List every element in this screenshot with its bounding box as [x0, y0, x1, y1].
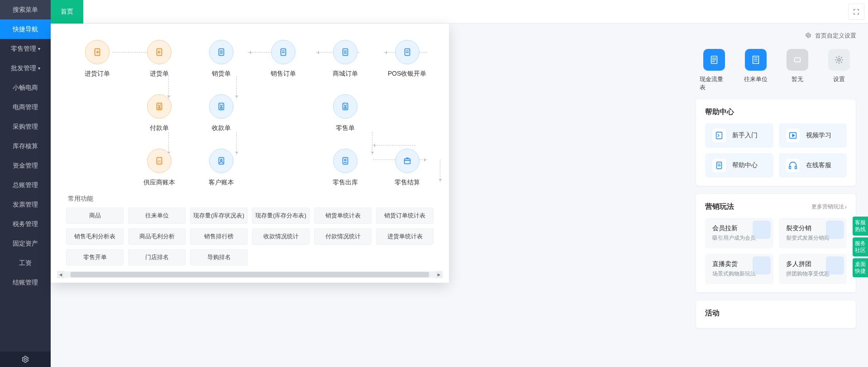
sidebar-item-6[interactable]: 库存核算 — [0, 136, 51, 156]
sidebar-item-0[interactable]: 快捷导航 — [0, 19, 51, 39]
common-func-2[interactable]: 现存量(库存状况表) — [190, 208, 248, 224]
scroll-right-icon[interactable]: ► — [435, 271, 443, 278]
common-func-0[interactable]: 商品 — [66, 208, 124, 224]
svg-rect-16 — [405, 49, 410, 56]
yen-icon — [209, 94, 234, 119]
marketing-item-sub: 拼团购物享受优惠 — [786, 270, 830, 278]
flow-node-purchase-bill[interactable]: 进货单 — [128, 40, 190, 78]
shortcut-none[interactable]: 暂无 — [783, 49, 812, 83]
sidebar-item-label: 发票管理 — [13, 201, 38, 209]
sidebar-item-13[interactable]: 结账管理 — [0, 273, 51, 292]
sidebar-item-12[interactable]: 工资 — [0, 253, 51, 273]
marketing-item-1[interactable]: 裂变分销裂变式发展分销商 — [779, 218, 847, 248]
flow-node-pos-order[interactable]: POS收银开单 — [376, 40, 438, 78]
flow-node-label: 供应商账本 — [143, 179, 175, 187]
marketing-card: 营销玩法 更多营销玩法 › 会员拉新吸引用户成为会员裂变分销裂变式发展分销商直播… — [696, 193, 856, 293]
common-func-10[interactable]: 付款情况统计 — [314, 228, 372, 245]
flow-node-sales-bill[interactable]: 销货单 — [190, 40, 252, 78]
gear-icon — [21, 355, 29, 363]
flow-node-customer-ledger[interactable]: 客户账本 — [190, 149, 252, 187]
sidefloat-1[interactable]: 服务社区 — [853, 237, 868, 256]
flow-node-sales-order[interactable]: 销售订单 — [252, 40, 314, 78]
sidebar-item-label: 电商管理 — [13, 103, 38, 111]
marketing-more-label: 更多营销玩法 — [811, 203, 844, 211]
sidebar-item-8[interactable]: 总账管理 — [0, 175, 51, 195]
common-func-12[interactable]: 零售开单 — [66, 249, 124, 266]
marketing-more[interactable]: 更多营销玩法 › — [811, 203, 847, 211]
sidebar-item-7[interactable]: 资金管理 — [0, 156, 51, 175]
shortcut-cashflow[interactable]: 现金流量表 — [700, 49, 729, 92]
right-column: 首页自定义设置 现金流量表往来单位暂无设置 帮助中心 新手入门视频学习帮助中心在… — [696, 32, 856, 328]
chevron-down-icon: ▾ — [38, 47, 40, 51]
chevron-right-icon: › — [845, 204, 847, 210]
sidebar-item-10[interactable]: 税务管理 — [0, 214, 51, 234]
customize-homepage[interactable]: 首页自定义设置 — [696, 32, 856, 40]
common-func-3[interactable]: 现存量(库存分布表) — [252, 208, 310, 224]
flow-node-retail-bill[interactable]: 零售单 — [314, 94, 376, 132]
flow-node-payment[interactable]: 付款单 — [128, 94, 190, 132]
list-icon — [209, 40, 234, 64]
svg-point-1 — [808, 34, 810, 36]
sidefloat-0[interactable]: 客服热线 — [853, 217, 868, 236]
sidebar-item-11[interactable]: 固定资产 — [0, 234, 51, 253]
sidebar-item-2[interactable]: 批发管理▾ — [0, 58, 51, 78]
flow-node-retail-outstock[interactable]: 零售出库 — [314, 149, 376, 187]
svg-rect-10 — [795, 166, 796, 169]
fullscreen-button[interactable] — [848, 4, 864, 20]
help-item-online[interactable]: 在线客服 — [779, 153, 847, 178]
flyout-scrollbar[interactable]: ◄ ► — [57, 271, 443, 278]
common-func-9[interactable]: 收款情况统计 — [252, 228, 310, 245]
help-item-newbie[interactable]: 新手入门 — [705, 123, 773, 148]
sidebar-item-4[interactable]: 电商管理 — [0, 97, 51, 117]
sidebar-settings[interactable] — [0, 352, 51, 367]
flow-node-label: 进货单 — [150, 70, 169, 78]
activity-title: 活动 — [705, 309, 720, 318]
common-func-7[interactable]: 商品毛利分析 — [128, 228, 186, 245]
flow-node-label: 销货单 — [212, 70, 231, 78]
scroll-left-icon[interactable]: ◄ — [57, 271, 64, 278]
common-func-8[interactable]: 销售排行榜 — [190, 228, 248, 245]
common-func-11[interactable]: 进货单统计表 — [376, 228, 434, 245]
sidebar-search[interactable]: 搜索菜单 — [0, 0, 51, 19]
out-icon — [147, 40, 172, 64]
help-item-center[interactable]: 帮助中心 — [705, 153, 773, 178]
marketing-item-title: 多人拼团 — [786, 260, 830, 268]
sidebar-item-5[interactable]: 采购管理 — [0, 117, 51, 136]
sidebar-item-3[interactable]: 小畅电商 — [0, 78, 51, 97]
sidebar-item-label: 批发管理 — [11, 64, 36, 72]
sidebar-item-label: 采购管理 — [13, 123, 38, 131]
common-func-1[interactable]: 往来单位 — [128, 208, 186, 224]
svg-rect-9 — [789, 166, 791, 169]
flow-node-receipt[interactable]: 收款单 — [190, 94, 252, 132]
flow-node-mall-order[interactable]: 商城订单 — [314, 40, 376, 78]
tab-home-label: 首页 — [61, 8, 73, 16]
sidebar-item-label: 总账管理 — [13, 181, 38, 189]
common-func-4[interactable]: 销货单统计表 — [314, 208, 372, 224]
sidebar-item-label: 快捷导航 — [13, 25, 38, 34]
svg-rect-8 — [717, 162, 722, 169]
marketing-item-0[interactable]: 会员拉新吸引用户成为会员 — [705, 218, 773, 248]
common-func-13[interactable]: 门店排名 — [128, 249, 186, 266]
shortcut-settings[interactable]: 设置 — [825, 49, 854, 83]
sidefloat-2[interactable]: 桌面快捷 — [853, 258, 868, 277]
marketing-item-2[interactable]: 直播卖货场景式购物新玩法 — [705, 254, 773, 284]
flow-node-supplier-ledger[interactable]: 供供应商账本 — [128, 149, 190, 187]
flow-node-purchase-order[interactable]: 进货订单 — [66, 40, 128, 78]
shortcut-label: 设置 — [833, 75, 845, 83]
doc-icon — [395, 40, 420, 64]
help-item-video[interactable]: 视频学习 — [779, 123, 847, 148]
marketing-item-3[interactable]: 多人拼团拼团购物享受优惠 — [779, 254, 847, 284]
outstock-icon — [333, 149, 358, 173]
flow-node-label: 零售结算 — [395, 179, 420, 187]
common-func-14[interactable]: 导购排名 — [190, 249, 248, 266]
shortcut-partners[interactable]: 往来单位 — [741, 49, 770, 83]
flow-node-retail-settle[interactable]: 零售结算 — [376, 149, 438, 187]
sidebar-item-1[interactable]: 零售管理▾ — [0, 39, 51, 58]
common-func-6[interactable]: 销售毛利分析表 — [66, 228, 124, 245]
tab-home[interactable]: 首页 — [51, 0, 83, 24]
common-func-5[interactable]: 销货订单统计表 — [376, 208, 434, 224]
sidebar-item-label: 工资 — [19, 259, 32, 267]
settle-icon — [395, 149, 420, 173]
sheet-icon — [703, 49, 725, 71]
sidebar-item-9[interactable]: 发票管理 — [0, 195, 51, 214]
